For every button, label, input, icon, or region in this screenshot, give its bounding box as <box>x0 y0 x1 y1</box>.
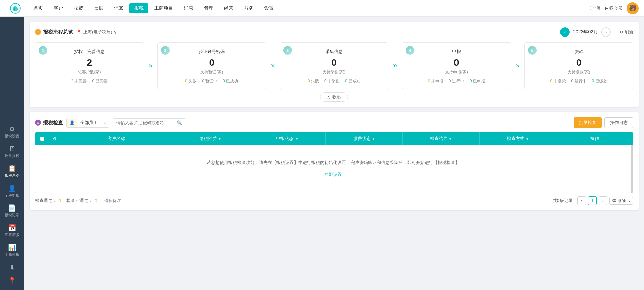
sidebar-item-工商年报[interactable]: 📊 工商年报 <box>0 241 24 261</box>
sidebar-icon: 🖥 <box>9 145 15 152</box>
next-page-btn[interactable]: › <box>599 196 607 205</box>
sidebar-item-汇算清缴[interactable]: 📅 汇算清缴 <box>0 221 24 241</box>
nav-item-报税[interactable]: 报税 <box>129 3 148 13</box>
card-stats: 2 未完善 0 已完善 <box>41 78 138 84</box>
nav-item-首页[interactable]: 首页 <box>29 3 48 13</box>
stat-value[interactable]: 0 <box>428 79 430 83</box>
flow-location[interactable]: 📍 上海(电子税局) ∨ <box>76 29 117 35</box>
sidebar-label: 报税总览 <box>5 173 19 178</box>
collapse-btn[interactable]: ∧ 收起 <box>320 92 348 102</box>
nav-item-收费[interactable]: 收费 <box>69 3 88 13</box>
table-body: 若您想使用报税检查功能，请先在【报税设置】中进行报税的初始化设置，完成密码验证和… <box>35 145 633 193</box>
stat-value: 0 <box>449 79 451 83</box>
setup-link[interactable]: 立即设置 <box>324 172 342 177</box>
sidebar-item-报税设置[interactable]: ⚙ 报税设置 <box>0 122 24 142</box>
check-title: ● 报税检查 <box>35 120 63 126</box>
nav-item-票据[interactable]: 票据 <box>89 3 108 13</box>
sidebar-label: 汇算清缴 <box>5 232 19 237</box>
step-badge: 5 <box>528 46 537 55</box>
fail-value[interactable]: 0 <box>95 198 97 203</box>
employee-icon: 👤 <box>67 119 77 127</box>
sidebar-item-个税申报[interactable]: 👤 个税申报 <box>0 182 24 201</box>
prev-month-btn[interactable]: ‹ <box>560 27 570 37</box>
sidebar-label: 批量报税 <box>5 153 19 158</box>
sidebar-label: 报税记录 <box>5 213 19 218</box>
per-page-select[interactable]: 30 条/页 ∨ <box>609 197 633 205</box>
filter-icon-3[interactable]: ▼ <box>372 137 375 141</box>
card-stats: 0 未缴款 0 进行中 0 已缴款 <box>530 78 628 84</box>
stat-value[interactable]: 0 <box>550 79 553 83</box>
filter-icon-2[interactable]: ▼ <box>295 137 298 141</box>
pass-value[interactable]: 0 <box>59 198 61 203</box>
th-gear[interactable]: ⚙ <box>49 132 61 145</box>
stat-value: 0 <box>92 79 94 83</box>
card-label: 支持验证(家) <box>163 69 261 75</box>
th-customer-name: 客户名称 <box>61 132 172 145</box>
stat-value[interactable]: 0 <box>223 79 225 83</box>
stat-value[interactable]: 0 <box>592 79 594 83</box>
operation-log-button[interactable]: 操作日志 <box>604 117 633 128</box>
sidebar-item-location[interactable]: 📍 <box>7 274 18 287</box>
sidebar-item-download[interactable]: ⬇ <box>7 261 18 274</box>
nav-item-消息[interactable]: 消息 <box>179 3 198 13</box>
th-operation: 操作 <box>556 132 633 145</box>
flow-card-0: 1 授权、完善信息 2 总客户数(家) 2 未完善 0 已完善 <box>35 42 144 89</box>
employee-arrow[interactable]: ∨ <box>100 119 109 127</box>
fullscreen-btn[interactable]: ⛶ 全屏 <box>586 5 601 11</box>
sidebar-item-报税总览[interactable]: 📋 报税总览 <box>0 162 24 182</box>
collapse-icon: ∧ <box>327 95 330 100</box>
filter-icon-4[interactable]: ▼ <box>449 137 452 141</box>
th-declare-status: 申报状态 ▼ <box>249 132 325 145</box>
sidebar-label: 报税设置 <box>5 134 19 139</box>
flow-arrow-1: » <box>266 42 280 89</box>
nav-item-服务[interactable]: 服务 <box>239 3 258 13</box>
avatar[interactable]: 🐻 <box>627 2 639 14</box>
fullscreen-icon: ⛶ <box>586 6 591 11</box>
filter-icon-5[interactable]: ▼ <box>526 137 529 141</box>
sidebar-icon: ⚙ <box>9 126 15 132</box>
table-header: ⚙ 客户名称 纳税性质 ▼ 申报状态 ▼ 缴费状态 ▼ <box>35 132 633 145</box>
search-input[interactable] <box>113 119 173 127</box>
select-all-checkbox[interactable] <box>40 137 44 141</box>
main-layout: ⚙ 报税设置 🖥 批量报税 📋 报税总览 👤 个税申报 📄 报税记录 📅 汇算清… <box>0 17 644 290</box>
nav-item-记账[interactable]: 记账 <box>109 3 128 13</box>
stat-value[interactable]: 0 <box>308 79 310 83</box>
sidebar-item-批量报税[interactable]: 🖥 批量报税 <box>0 142 24 162</box>
pagination: ‹ 1 › <box>577 196 607 205</box>
nav-item-设置[interactable]: 设置 <box>260 3 278 13</box>
prev-page-btn[interactable]: ‹ <box>577 196 586 205</box>
nav-item-客户[interactable]: 客户 <box>49 3 68 13</box>
stat-value[interactable]: 0 <box>185 79 187 83</box>
stat-value[interactable]: 0 <box>470 79 472 83</box>
next-month-btn[interactable]: › <box>601 27 611 37</box>
sidebar-label: 工商年报 <box>5 252 19 257</box>
search-button[interactable]: 🔍 <box>173 119 186 127</box>
flow-nav: ‹ 2023年02月 › ↻ 刷新 <box>560 27 633 37</box>
sidebar-item-报税记录[interactable]: 📄 报税记录 <box>0 201 24 221</box>
top-nav: 首页客户收费票据记账报税工商项目消息管理经营服务设置 ⛶ 全屏 ▶ 畅会员 🐻 <box>0 0 644 17</box>
card-label: 支持采集(家) <box>285 69 383 75</box>
card-title: 申报 <box>408 47 505 55</box>
card-label: 支持申报(家) <box>408 69 505 75</box>
stat-value[interactable]: 0 <box>345 79 347 83</box>
employee-select[interactable]: 👤 全部员工 ∨ <box>66 118 109 128</box>
stat-value[interactable]: 2 <box>71 79 73 83</box>
membership-btn[interactable]: ▶ 畅会员 <box>605 5 623 11</box>
flow-card-3: 4 申报 0 支持申报(家) 0 未申报 0 进行中 0 已申报 <box>402 42 511 89</box>
nav-item-经营[interactable]: 经营 <box>219 3 238 13</box>
logo-area <box>5 3 25 14</box>
filter-icon[interactable]: ▼ <box>218 137 221 141</box>
refresh-btn[interactable]: ↻ 刷新 <box>620 29 633 35</box>
th-checkbox[interactable] <box>35 132 49 145</box>
th-check-result: 检查结果 ▼ <box>402 132 479 145</box>
card-count: 2 <box>41 57 138 68</box>
check-title-icon: ● <box>35 120 41 126</box>
table-footer: 检查通过： 0 检查不通过： 0 囧有备注 共0条记录 ‹ 1 › 30 条/页… <box>35 193 633 205</box>
stat-value: 0 <box>571 79 574 83</box>
nav-item-管理[interactable]: 管理 <box>199 3 218 13</box>
stat-value: 0 <box>324 79 327 83</box>
flow-overview-panel: + 报税流程总览 📍 上海(电子税局) ∨ ‹ 2023年02月 › ↻ 刷新 <box>30 22 639 107</box>
nav-item-工商项目[interactable]: 工商项目 <box>150 3 178 13</box>
batch-check-button[interactable]: 批量检查 <box>574 117 602 128</box>
location-pin-icon: 📍 <box>76 30 82 35</box>
